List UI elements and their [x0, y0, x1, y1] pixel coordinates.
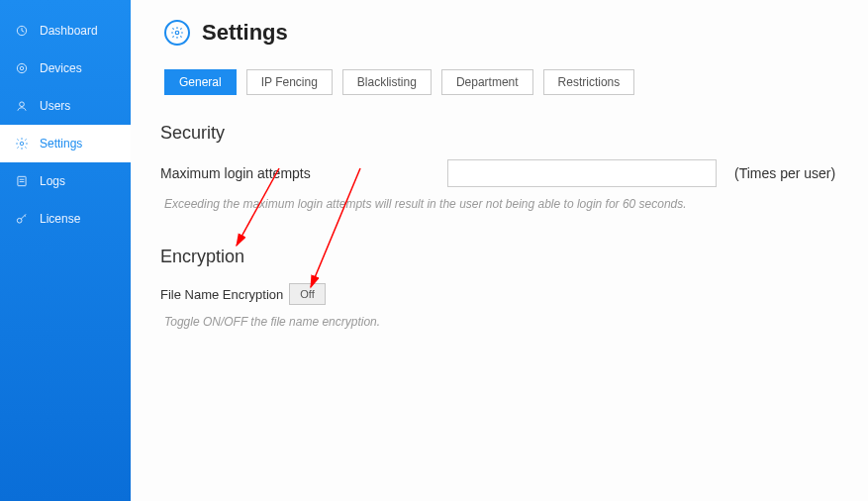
max-login-suffix: (Times per user) [734, 165, 835, 181]
dashboard-icon [14, 23, 30, 39]
sidebar-item-devices[interactable]: Devices [0, 50, 131, 87]
svg-point-4 [20, 66, 24, 70]
sidebar-item-settings[interactable]: Settings [0, 125, 131, 162]
max-login-label: Maximum login attempts [160, 165, 447, 181]
fne-label: File Name Encryption [160, 287, 283, 302]
security-help: Exceeding the maximum login attempts wil… [164, 197, 838, 211]
fne-toggle[interactable]: Off [289, 283, 325, 305]
key-icon [14, 211, 30, 227]
svg-rect-7 [18, 176, 26, 185]
page-header: Settings [164, 20, 838, 46]
gear-icon [164, 20, 190, 46]
tab-general[interactable]: General [164, 69, 237, 95]
fne-row: File Name Encryption Off [160, 283, 838, 305]
tab-restrictions[interactable]: Restrictions [543, 69, 635, 95]
settings-icon [14, 136, 30, 151]
sidebar-item-label: Dashboard [40, 24, 98, 38]
svg-point-6 [20, 142, 24, 146]
svg-point-11 [175, 31, 179, 35]
max-login-input[interactable] [447, 159, 717, 187]
svg-point-5 [20, 102, 25, 107]
max-login-row: Maximum login attempts (Times per user) [160, 159, 838, 187]
page-title: Settings [202, 20, 288, 46]
svg-line-2 [22, 31, 24, 32]
encryption-help: Toggle ON/OFF the file name encryption. [164, 315, 838, 329]
svg-point-10 [17, 218, 22, 223]
user-icon [14, 98, 30, 114]
tab-blacklisting[interactable]: Blacklisting [342, 69, 432, 95]
tab-department[interactable]: Department [441, 69, 533, 95]
encryption-heading: Encryption [160, 247, 838, 267]
sidebar-item-dashboard[interactable]: Dashboard [0, 12, 131, 50]
sidebar-item-license[interactable]: License [0, 200, 131, 238]
sidebar-item-label: Devices [40, 61, 82, 75]
sidebar-item-label: Settings [40, 137, 82, 150]
main-content: Settings General IP Fencing Blacklisting… [131, 0, 868, 501]
tabs: General IP Fencing Blacklisting Departme… [164, 69, 838, 95]
logs-icon [14, 173, 30, 189]
svg-point-3 [17, 63, 26, 72]
sidebar-item-label: Logs [40, 174, 65, 188]
security-heading: Security [160, 123, 838, 144]
sidebar-item-users[interactable]: Users [0, 87, 131, 125]
device-icon [14, 60, 30, 76]
sidebar-item-logs[interactable]: Logs [0, 162, 131, 200]
sidebar-item-label: Users [40, 99, 70, 113]
tab-ip-fencing[interactable]: IP Fencing [246, 69, 333, 95]
sidebar-item-label: License [40, 212, 80, 226]
sidebar: Dashboard Devices Users Settings Logs Li… [0, 0, 131, 501]
